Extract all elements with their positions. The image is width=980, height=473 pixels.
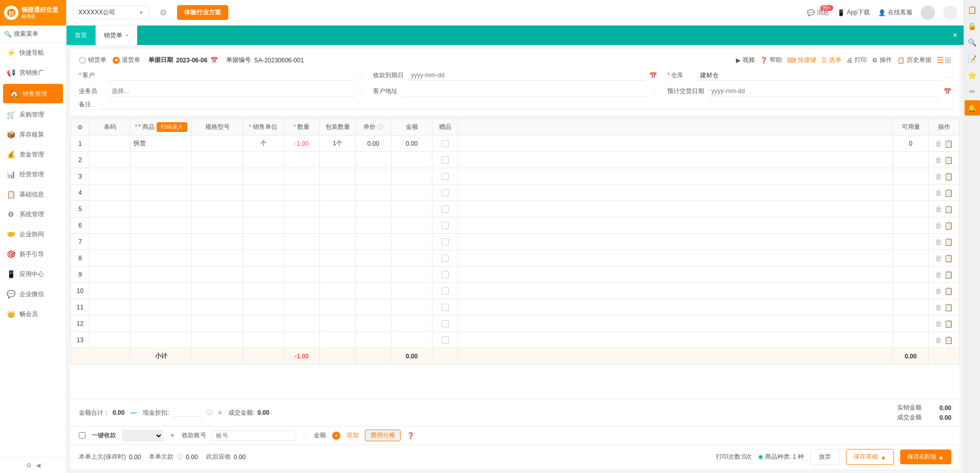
salesperson-input[interactable] xyxy=(108,86,354,97)
delete-row-13-btn[interactable]: 🗑 xyxy=(935,336,942,344)
gift-checkbox-11[interactable] xyxy=(442,304,449,311)
fee-split-btn[interactable]: 费用分摊 xyxy=(365,430,401,441)
account-more-btn[interactable]: ... xyxy=(302,432,308,439)
copy-row-11-btn[interactable]: 📋 xyxy=(944,303,953,311)
copy-row-4-btn[interactable]: 📋 xyxy=(944,189,953,197)
settings-gear-btn[interactable]: ⚙ xyxy=(156,6,171,19)
sidebar-item-inventory[interactable]: 📦 库存核算 xyxy=(0,125,66,145)
message-btn[interactable]: 💬 消息 99+ xyxy=(807,8,829,17)
gift-checkbox-10[interactable] xyxy=(442,287,449,295)
customer-more-btn[interactable]: ... xyxy=(358,72,363,79)
sidebar-item-basic[interactable]: 📋 基础信息 xyxy=(0,185,66,205)
rs-icon-4[interactable]: 📝 xyxy=(965,51,980,66)
rs-icon-6[interactable]: ✏ xyxy=(965,84,980,99)
gift-checkbox-8[interactable] xyxy=(442,255,449,262)
rs-icon-3[interactable]: 🔍 xyxy=(965,35,980,50)
operate-btn[interactable]: ⚙ 操作 xyxy=(872,56,892,64)
delete-row-5-btn[interactable]: 🗑 xyxy=(935,205,942,213)
sidebar-item-apps[interactable]: 📱 应用中心 xyxy=(0,264,66,284)
account-input[interactable] xyxy=(212,431,296,441)
delete-row-2-btn[interactable]: 🗑 xyxy=(935,156,942,164)
customer-input[interactable] xyxy=(108,70,354,81)
sidebar-settings-btn[interactable]: ⚙ xyxy=(26,462,32,469)
copy-row-5-btn[interactable]: 📋 xyxy=(944,205,953,213)
tab-sales-order[interactable]: 销货单 × xyxy=(96,26,137,45)
sidebar-collapse-btn[interactable]: ◀ xyxy=(36,462,40,469)
copy-row-7-btn[interactable]: 📋 xyxy=(944,238,953,246)
delete-row-6-btn[interactable]: 🗑 xyxy=(935,221,942,230)
col-header-settings[interactable]: ⚙ xyxy=(71,119,90,136)
sidebar-item-wechat[interactable]: 💬 企业微信 xyxy=(0,284,66,304)
scan-btn[interactable]: 扫码录入 xyxy=(157,122,187,132)
save-new-btn[interactable]: 保存&新增 ▲ xyxy=(900,449,951,464)
save-draft-btn[interactable]: 保存草稿 ▲ xyxy=(846,449,894,465)
sidebar-item-marketing[interactable]: 📢 营销推广 xyxy=(0,63,66,83)
gift-checkbox-9[interactable] xyxy=(442,271,449,278)
sidebar-item-purchase[interactable]: 🛒 采购管理 xyxy=(0,105,66,125)
list-view-btn[interactable]: ☰ xyxy=(937,55,944,65)
sidebar-item-system[interactable]: ⚙ 系统管理 xyxy=(0,205,66,224)
sidebar-item-sales[interactable]: 🏠 销售管理 xyxy=(3,84,63,104)
tab-close-icon[interactable]: × xyxy=(125,32,128,38)
copy-row-8-btn[interactable]: 📋 xyxy=(944,254,953,262)
print-btn[interactable]: 🖨 打印 xyxy=(846,56,867,64)
sidebar-search[interactable]: 🔍 搜索菜单 xyxy=(0,26,66,43)
delete-row-7-btn[interactable]: 🗑 xyxy=(935,238,942,246)
history-btn[interactable]: 📋 历史单据 xyxy=(897,56,931,64)
address-more-btn[interactable]: ... xyxy=(652,88,657,95)
due-date-input[interactable] xyxy=(408,70,645,81)
avatar[interactable] xyxy=(921,6,935,20)
delete-row-10-btn[interactable]: 🗑 xyxy=(935,287,942,295)
copy-row-10-btn[interactable]: 📋 xyxy=(944,287,953,295)
discount-input[interactable] xyxy=(172,409,203,417)
company-selector[interactable]: XXXXXX公司 ▼ xyxy=(73,6,149,19)
online-service-btn[interactable]: 👤 在线客服 xyxy=(878,8,912,17)
gift-checkbox-12[interactable] xyxy=(442,320,449,327)
copy-row-9-btn[interactable]: 📋 xyxy=(944,271,953,279)
trial-btn[interactable]: 体验行业方案 xyxy=(177,5,228,20)
radio-sale[interactable]: 销货单 xyxy=(79,56,106,64)
delete-row-1-btn[interactable]: 🗑 xyxy=(935,140,942,148)
one-click-payment-checkbox[interactable] xyxy=(79,432,85,439)
note-input[interactable] xyxy=(99,100,951,109)
calendar-icon[interactable]: 📅 xyxy=(210,57,218,64)
discard-btn[interactable]: 放弃 xyxy=(810,449,840,465)
rs-icon-5[interactable]: ⭐ xyxy=(965,67,980,83)
avatar-2[interactable] xyxy=(943,6,957,20)
rs-icon-1[interactable]: 📋 xyxy=(965,2,980,17)
delete-row-4-btn[interactable]: 🗑 xyxy=(935,189,942,197)
gift-checkbox-2[interactable] xyxy=(442,156,449,164)
copy-row-12-btn[interactable]: 📋 xyxy=(944,320,953,328)
sidebar-item-member[interactable]: 👑 畅会员 xyxy=(0,304,66,324)
copy-row-1-btn[interactable]: 📋 xyxy=(944,140,953,148)
add-payment-btn[interactable]: + xyxy=(332,432,340,440)
delete-row-11-btn[interactable]: 🗑 xyxy=(935,303,942,311)
copy-row-13-btn[interactable]: 📋 xyxy=(944,336,953,344)
sidebar-item-finance[interactable]: 💰 资金管理 xyxy=(0,145,66,165)
sidebar-item-shortcuts[interactable]: ⚡ 快捷导航 xyxy=(0,43,66,63)
delete-row-9-btn[interactable]: 🗑 xyxy=(935,271,942,279)
gift-checkbox-7[interactable] xyxy=(442,238,449,245)
gift-checkbox-13[interactable] xyxy=(442,336,449,344)
sidebar-item-operations[interactable]: 📊 经营管理 xyxy=(0,165,66,185)
gift-checkbox-4[interactable] xyxy=(442,189,449,196)
video-btn[interactable]: ▶ 视频 xyxy=(736,56,755,64)
warehouse-more-btn[interactable]: ... xyxy=(946,72,951,79)
select-order-btn[interactable]: ☰ 选单 xyxy=(821,56,841,64)
delete-row-3-btn[interactable]: 🗑 xyxy=(935,172,942,181)
grid-view-btn[interactable]: ⊞ xyxy=(945,55,951,65)
rs-icon-7[interactable]: 🔔 xyxy=(965,100,980,116)
gift-checkbox-6[interactable] xyxy=(442,222,449,229)
expected-date-calendar-icon[interactable]: 📅 xyxy=(944,88,951,95)
copy-row-6-btn[interactable]: 📋 xyxy=(944,221,953,230)
due-date-calendar-icon[interactable]: 📅 xyxy=(649,72,657,79)
copy-row-3-btn[interactable]: 📋 xyxy=(944,172,953,181)
app-download-btn[interactable]: 📱 App下载 xyxy=(837,8,870,17)
gift-checkbox-5[interactable] xyxy=(442,206,449,213)
delete-row-12-btn[interactable]: 🗑 xyxy=(935,320,942,328)
sidebar-item-enterprise[interactable]: 🤝 企业协同 xyxy=(0,224,66,244)
rs-icon-2[interactable]: 🔒 xyxy=(965,18,980,34)
salesperson-more-btn[interactable]: ... xyxy=(358,88,363,95)
help-btn[interactable]: ❓ 帮助 xyxy=(760,56,782,64)
shortcut-btn[interactable]: ⌨ 快捷键 xyxy=(787,56,816,64)
